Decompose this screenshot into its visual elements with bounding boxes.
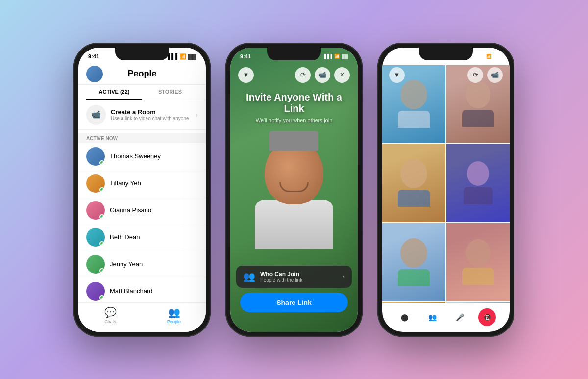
- nav-people[interactable]: 👥 People: [142, 306, 206, 324]
- signal-icon-2: ▐▐▐: [323, 54, 332, 59]
- contact-avatar-1: [86, 174, 105, 193]
- camera-controls-3: ⟳ 📹: [467, 67, 503, 83]
- participants-button[interactable]: 👥: [423, 308, 441, 326]
- body-3: [398, 190, 430, 207]
- online-indicator-4: [99, 268, 104, 273]
- body-5: [398, 269, 430, 286]
- contact-name-0: Thomas Sweeney: [110, 152, 161, 160]
- contact-item-0[interactable]: Thomas Sweeney: [78, 143, 206, 170]
- close-button[interactable]: ✕: [334, 67, 350, 83]
- page-title: People: [109, 69, 175, 79]
- phone-1: 9:41 ▐▐▐ 📶 ▓▓ People ACTIVE (22) STORIES…: [74, 43, 211, 337]
- people-icon: 👥: [168, 306, 180, 318]
- mic-button[interactable]: 🎤: [451, 308, 468, 326]
- time-2: 9:41: [240, 53, 251, 59]
- contact-avatar-4: [86, 255, 105, 274]
- body-6: [462, 268, 494, 285]
- online-indicator-1: [99, 187, 104, 192]
- face-4: [446, 144, 510, 222]
- contact-item-4[interactable]: Jenny Yean: [78, 251, 206, 278]
- active-now-label: ACTIVE NOW: [78, 133, 206, 143]
- wifi-icon-3: 📶: [486, 54, 491, 59]
- phone-1-screen: 9:41 ▐▐▐ 📶 ▓▓ People ACTIVE (22) STORIES…: [78, 48, 206, 332]
- contact-name-4: Jenny Yean: [110, 260, 143, 268]
- chevron-icon-who: ›: [343, 273, 345, 280]
- who-can-join-value: People with the link: [260, 278, 302, 283]
- person-hat: [270, 131, 318, 151]
- head-6: [466, 239, 490, 266]
- chats-icon: 💬: [104, 306, 117, 318]
- chats-label: Chats: [104, 319, 116, 324]
- create-room-subtitle: Use a link to video chat with anyone: [111, 116, 189, 121]
- battery-icon-2: ▓▓: [342, 54, 348, 59]
- person-head: [265, 141, 323, 204]
- status-icons-2: ▐▐▐ 📶 ▓▓: [323, 54, 348, 59]
- notch-2: [267, 48, 321, 60]
- phone-2-screen: 9:41 ▐▐▐ 📶 ▓▓ ▼ ⟳ 📹 ✕ I: [230, 48, 358, 332]
- invite-overlay: Invite Anyone With a Link We'll notify y…: [230, 92, 358, 123]
- contact-avatar-5: [86, 282, 105, 301]
- face-3: [382, 144, 445, 222]
- share-link-button[interactable]: Share Link: [240, 293, 348, 312]
- wifi-icon-2: 📶: [334, 54, 340, 59]
- video-button-3[interactable]: 📹: [487, 67, 503, 83]
- battery-icon-1: ▓▓: [188, 53, 196, 59]
- tabs-row: ACTIVE (22) STORIES: [78, 85, 206, 100]
- capture-button[interactable]: ⬤: [396, 308, 414, 326]
- video-cell-6: [446, 223, 510, 301]
- phone-3-screen: 9:41 ▐▐▐ 📶 ▓▓ ▼ ⟳ 📹: [382, 48, 510, 332]
- invite-subtitle: We'll notify you when others join: [230, 117, 358, 123]
- tab-stories[interactable]: STORIES: [142, 85, 198, 100]
- contact-item-2[interactable]: Gianna Pisano: [78, 197, 206, 224]
- contact-avatar-3: [86, 228, 105, 247]
- create-room-icon: 📹: [86, 105, 106, 125]
- call-controls: ⬤ 👥 🎤 📵: [382, 308, 510, 326]
- face-6: [446, 223, 510, 301]
- bottom-nav: 💬 Chats 👥 People: [78, 302, 206, 332]
- contact-item-1[interactable]: Tiffany Yeh: [78, 170, 206, 197]
- who-can-join-panel[interactable]: 👥 Who Can Join People with the link ›: [236, 266, 352, 288]
- body-2: [462, 110, 494, 127]
- tab-active[interactable]: ACTIVE (22): [86, 85, 142, 100]
- person-body: [255, 200, 333, 249]
- contact-name-1: Tiffany Yeh: [110, 179, 141, 187]
- contact-name-2: Gianna Pisano: [110, 206, 151, 214]
- create-room-text: Create a Room Use a link to video chat w…: [111, 108, 189, 121]
- create-room-title: Create a Room: [111, 108, 189, 116]
- head-1: [400, 80, 427, 109]
- flip-camera-button[interactable]: ⟳: [295, 67, 311, 83]
- time-1: 9:41: [88, 53, 99, 59]
- phone2-top-controls: ▼ ⟳ 📹 ✕: [230, 67, 358, 83]
- minimize-button-3[interactable]: ▼: [389, 67, 405, 83]
- video-cell-4: [446, 144, 510, 222]
- contact-avatar-0: [86, 147, 105, 166]
- chevron-right-icon: ›: [196, 111, 198, 119]
- video-button[interactable]: 📹: [315, 67, 330, 83]
- signal-icon-3: ▐▐▐: [475, 54, 484, 59]
- contact-avatar-2: [86, 201, 105, 220]
- video-cell-3: [382, 144, 445, 222]
- contact-name-3: Beth Dean: [110, 233, 140, 241]
- online-indicator-3: [99, 241, 104, 246]
- head-3: [400, 159, 427, 188]
- minimize-button[interactable]: ▼: [238, 67, 254, 83]
- time-3: 9:41: [392, 53, 403, 59]
- flip-camera-button-3[interactable]: ⟳: [467, 67, 483, 83]
- person-smile: [279, 182, 309, 192]
- contact-item-5[interactable]: Matt Blanchard: [78, 278, 206, 305]
- who-can-join-text: Who Can Join People with the link: [260, 271, 302, 283]
- phone-3: 9:41 ▐▐▐ 📶 ▓▓ ▼ ⟳ 📹: [377, 43, 514, 337]
- online-indicator-2: [99, 214, 104, 219]
- contact-item-3[interactable]: Beth Dean: [78, 224, 206, 251]
- people-header: People: [78, 62, 206, 85]
- video-grid: [382, 65, 510, 303]
- nav-chats[interactable]: 💬 Chats: [78, 306, 142, 324]
- online-indicator-5: [99, 295, 104, 300]
- invite-title: Invite Anyone With a Link: [230, 92, 358, 114]
- create-room-item[interactable]: 📹 Create a Room Use a link to video chat…: [78, 100, 206, 130]
- head-4: [467, 161, 489, 186]
- end-call-button[interactable]: 📵: [478, 308, 496, 326]
- online-indicator-0: [99, 160, 104, 165]
- video-cell-5: [382, 223, 445, 301]
- face-5: [382, 223, 445, 301]
